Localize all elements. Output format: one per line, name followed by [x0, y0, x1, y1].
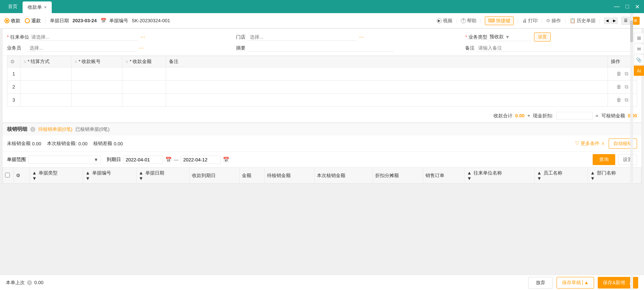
window-max-btn[interactable]: □ [624, 3, 631, 11]
remark-header-text: 备注 [169, 59, 178, 64]
abandon-btn[interactable]: 放弃 [528, 277, 553, 289]
footer-bar: 本单上次 i 0.00 放弃 保存草稿 ▲ 保存&新增 ▲ [0, 275, 644, 290]
view-list-btn[interactable]: ☰ [621, 17, 630, 25]
select-all-checkbox[interactable] [5, 173, 10, 177]
settings-btn[interactable]: 设置 [534, 32, 551, 42]
save-draft-btn[interactable]: 保存草稿 ▲ [557, 277, 594, 289]
search-filter-row: 单据范围 ▼ 到期日 📅 — 📅 查询 设置 [3, 152, 641, 167]
query-btn[interactable]: 查询 [593, 154, 615, 165]
history-btn[interactable]: 📋 历史单据 [570, 17, 596, 24]
staff-more-icon[interactable]: ··· [137, 45, 146, 51]
hexiao-info-icon[interactable]: i [30, 127, 35, 132]
staff-input[interactable] [27, 44, 137, 52]
summary-input[interactable] [248, 44, 393, 52]
summary-label: 摘要 [236, 45, 248, 51]
cal-to-icon[interactable]: 📅 [223, 157, 229, 162]
row-2-delete-btn[interactable]: 🗑 [615, 84, 623, 90]
row-2-copy-btn[interactable]: ⧉ [624, 84, 629, 90]
col-gear[interactable]: ⚙ [14, 168, 30, 184]
row-1-account[interactable] [71, 67, 122, 81]
bottom-gear-icon[interactable]: ⚙ [16, 173, 20, 178]
calendar-icon[interactable]: 📅 [101, 18, 106, 23]
radio-receipt[interactable]: 收款 [4, 17, 20, 24]
scroll-thumb[interactable] [630, 20, 633, 42]
more-conditions-btn[interactable]: ▽ 更多条件 ∧ [575, 140, 605, 147]
print-btn[interactable]: 🖨 打印 [522, 17, 538, 24]
counterpart-input[interactable] [29, 34, 138, 41]
date-from-input[interactable] [123, 156, 163, 164]
sidebar-clip-btn[interactable]: 📎 [634, 55, 644, 65]
tab-home[interactable]: 首页 [3, 0, 23, 13]
shortcut-btn[interactable]: ⌨ 快捷键 [485, 16, 514, 25]
table-gear-icon[interactable]: ⚙ [10, 59, 15, 64]
col-settings[interactable]: ⚙ [7, 56, 20, 67]
total-value: 0.00 [515, 113, 525, 118]
pending-tab[interactable]: 待核销单据(0笔) [38, 126, 72, 133]
row-2-account[interactable] [71, 81, 122, 94]
operation-btn[interactable]: ⚙ 操作 [546, 17, 561, 24]
cal-from-icon[interactable]: 📅 [165, 157, 172, 162]
unchecked-label: 未核销金额 [7, 140, 31, 147]
row-3-remark[interactable] [166, 94, 608, 107]
row-1-copy-btn[interactable]: ⧉ [624, 71, 629, 77]
sort-icon-3: ⇅ [125, 60, 128, 64]
row-3-account[interactable] [71, 94, 122, 107]
radio-receipt-dot [4, 18, 9, 23]
row-2-jiesuan[interactable] [20, 81, 71, 94]
video-icon: ▶ [437, 18, 442, 23]
col-dept-label: 部门名称 [597, 170, 616, 176]
store-more-icon[interactable]: ··· [357, 34, 366, 40]
radio-refund[interactable]: 退款 [25, 17, 41, 24]
row-1-jiesuan[interactable] [20, 67, 71, 81]
col-due-date: 收款到期日 [190, 168, 240, 184]
row-3-amount[interactable] [122, 94, 166, 107]
discount-input[interactable] [556, 112, 593, 119]
help-btn[interactable]: ? 帮助 [461, 17, 476, 24]
row-1-delete-btn[interactable]: 🗑 [615, 71, 623, 77]
store-input[interactable] [248, 34, 357, 41]
shortcut-btn-label: 快捷键 [496, 17, 510, 24]
row-3-delete-btn[interactable]: 🗑 [615, 97, 623, 103]
row-3-copy-btn[interactable]: ⧉ [624, 97, 629, 103]
filter-settings-btn[interactable]: 设置 [618, 154, 637, 165]
video-btn[interactable]: ▶ 视频 [437, 17, 452, 24]
hexiao-stats: 未核销金额 0.00 本次核销金额: 0.00 核销差额 0.00 ▽ 更多条件… [3, 136, 641, 152]
account-header-text: 收款账号 [82, 59, 101, 64]
row-3-jiesuan[interactable] [20, 94, 71, 107]
row-1-amount[interactable] [122, 67, 166, 81]
scrollbar[interactable] [630, 13, 633, 290]
col-dept: ▲▼ 部门名称 [588, 168, 641, 184]
window-close-btn[interactable]: ✕ [633, 3, 641, 11]
col-this-amount-label: 本次核销金额 [317, 173, 345, 178]
row-2-amount[interactable] [122, 81, 166, 94]
window-min-btn[interactable]: — [612, 3, 621, 11]
tab-receipt-close[interactable]: × [44, 5, 47, 10]
sidebar-chat-btn[interactable]: Ai [634, 66, 644, 76]
date-to-input[interactable] [181, 156, 221, 164]
done-tab[interactable]: 已核销单据(0笔) [75, 126, 110, 133]
date-label: 单据日期 [50, 17, 69, 24]
biz-type-select[interactable]: 预收款 ▼ [487, 33, 531, 41]
col-doc-type: ▲▼ 单据类型 [30, 168, 83, 184]
row-2-remark[interactable] [166, 81, 608, 94]
row-1-remark[interactable] [166, 67, 608, 81]
number-label: 单据编号 [109, 17, 128, 24]
shortcut-icon: ⌨ [488, 18, 495, 23]
receipt-type-group: 收款 退款 [4, 17, 41, 24]
tab-receipt[interactable]: 收款单 × [23, 1, 52, 13]
toolbar: 收款 退款 单据日期 2023-03-24 📅 单据编号 SK-20230324… [0, 13, 644, 28]
right-sidebar: ⊞ ✉ 📎 Ai [634, 33, 644, 76]
counterpart-more-icon[interactable]: ··· [138, 34, 148, 40]
range-select[interactable]: ▼ [28, 156, 101, 164]
save-draft-arrow[interactable]: ▲ [582, 280, 589, 285]
note-input[interactable] [476, 44, 637, 52]
sidebar-mail-btn[interactable]: ✉ [634, 44, 644, 54]
unchecked-value: 0.00 [32, 141, 41, 146]
col-checkbox[interactable] [3, 168, 14, 184]
radio-refund-dot [25, 18, 30, 23]
nav-prev[interactable]: ◀ [604, 17, 610, 24]
nav-next[interactable]: ▶ [611, 17, 618, 24]
info-icon-footer[interactable]: i [27, 280, 32, 285]
sidebar-table-btn[interactable]: ⊞ [634, 33, 644, 43]
save-draft-label: 保存草稿 [562, 279, 581, 286]
